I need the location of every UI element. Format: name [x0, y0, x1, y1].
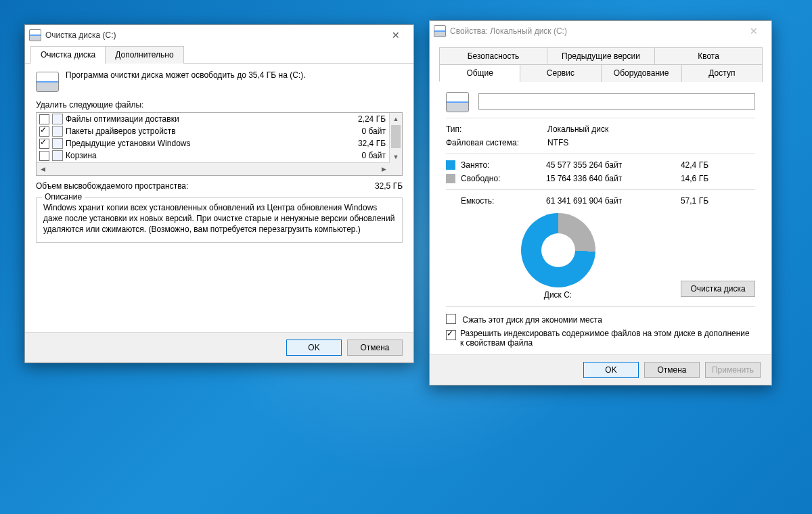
file-icon: [52, 114, 63, 124]
compress-option[interactable]: Сжать этот диск для экономии места: [446, 312, 755, 325]
chevron-up-icon[interactable]: ▲: [390, 113, 402, 125]
titlebar: Свойства: Локальный диск (C:) ✕: [430, 21, 771, 41]
fs-value: NTFS: [547, 138, 568, 147]
window-title: Свойства: Локальный диск (C:): [450, 26, 567, 36]
close-icon[interactable]: ✕: [740, 21, 767, 41]
apply-button[interactable]: Применить: [705, 362, 761, 378]
cleanup-message: Программа очистки диска может освободить…: [66, 70, 306, 80]
list-item[interactable]: Корзина 0 байт: [37, 149, 390, 162]
group-legend: Описание: [42, 192, 85, 202]
tab-security[interactable]: Безопасность: [439, 47, 547, 64]
index-option[interactable]: Разрешить индексировать содержимое файло…: [446, 329, 755, 348]
used-swatch: [446, 160, 455, 170]
total-value: 32,5 ГБ: [375, 181, 403, 191]
checkbox[interactable]: [39, 139, 49, 149]
free-bytes: 15 764 336 640 байт: [546, 174, 661, 183]
free-swatch: [446, 174, 455, 183]
drive-icon: [434, 25, 446, 37]
tab-general[interactable]: Общие: [439, 64, 520, 82]
list-item[interactable]: Предыдущие установки Windows 32,4 ГБ: [37, 137, 390, 149]
cancel-button[interactable]: Отмена: [644, 362, 700, 378]
chevron-down-icon[interactable]: ▼: [390, 151, 402, 163]
chevron-right-icon[interactable]: ▶: [378, 163, 390, 175]
files-label: Удалить следующие файлы:: [36, 100, 403, 110]
titlebar: Очистка диска (C:) ✕: [25, 25, 413, 45]
fs-label: Файловая система:: [446, 138, 547, 147]
drive-icon: [29, 29, 41, 41]
checkbox[interactable]: [446, 330, 456, 340]
tab-cleanup[interactable]: Очистка диска: [30, 46, 106, 64]
tab-sharing[interactable]: Доступ: [681, 64, 763, 82]
button-bar: OK Отмена: [25, 332, 413, 363]
type-value: Локальный диск: [547, 124, 608, 134]
file-list[interactable]: Файлы оптимизации доставки 2,24 ГБ Пакет…: [36, 112, 403, 176]
volume-name-input[interactable]: [478, 93, 755, 110]
chevron-left-icon[interactable]: ◀: [37, 163, 49, 175]
checkbox[interactable]: [446, 314, 456, 324]
cancel-button[interactable]: Отмена: [347, 340, 403, 356]
usage-donut-chart: [521, 213, 595, 287]
checkbox[interactable]: [39, 114, 49, 124]
button-bar: OK Отмена Применить: [430, 354, 771, 385]
list-item[interactable]: Пакеты драйверов устройств 0 байт: [37, 125, 390, 137]
tab-hardware[interactable]: Оборудование: [601, 64, 682, 82]
window-title: Очистка диска (C:): [45, 30, 116, 40]
drive-icon: [446, 92, 469, 112]
capacity-label: Емкость:: [461, 196, 546, 206]
checkbox[interactable]: [39, 126, 49, 137]
scrollbar-vertical[interactable]: ▲ ▼: [389, 113, 402, 163]
scrollbar-horizontal[interactable]: ◀ ▶: [37, 162, 390, 175]
capacity-gb: 57,1 ГБ: [661, 196, 708, 206]
free-label: Свободно:: [461, 174, 546, 183]
disk-cleanup-button[interactable]: Очистка диска: [681, 281, 755, 297]
drive-icon: [36, 72, 59, 92]
disk-cleanup-window: Очистка диска (C:) ✕ Очистка диска Допол…: [24, 24, 414, 363]
file-icon: [52, 150, 63, 161]
tab-row-bottom: Общие Сервис Оборудование Доступ: [439, 64, 762, 81]
tab-more[interactable]: Дополнительно: [105, 46, 183, 64]
tabstrip: Очистка диска Дополнительно: [25, 45, 413, 64]
file-icon: [52, 126, 63, 137]
drive-properties-window: Свойства: Локальный диск (C:) ✕ Безопасн…: [429, 20, 772, 386]
list-item[interactable]: Файлы оптимизации доставки 2,24 ГБ: [37, 113, 390, 125]
ok-button[interactable]: OK: [286, 340, 342, 356]
tab-quota[interactable]: Квота: [654, 47, 763, 64]
checkbox[interactable]: [39, 151, 49, 161]
ok-button[interactable]: OK: [583, 362, 639, 378]
type-label: Тип:: [446, 124, 547, 134]
used-gb: 42,4 ГБ: [661, 160, 708, 170]
chart-label: Диск C:: [446, 290, 670, 300]
tab-prev-versions[interactable]: Предыдущие версии: [547, 47, 655, 64]
used-bytes: 45 577 355 264 байт: [546, 160, 661, 170]
used-label: Занято:: [461, 160, 546, 170]
tab-row-top: Безопасность Предыдущие версии Квота: [439, 47, 762, 64]
total-label: Объем высвобождаемого пространства:: [36, 181, 188, 191]
scroll-thumb[interactable]: [391, 125, 401, 148]
file-icon: [52, 138, 63, 149]
free-gb: 14,6 ГБ: [661, 174, 708, 183]
scroll-corner: [390, 163, 402, 175]
capacity-bytes: 61 341 691 904 байт: [546, 196, 661, 206]
description-text: Windows хранит копии всех установленных …: [43, 202, 395, 235]
close-icon[interactable]: ✕: [382, 25, 409, 45]
description-group: Описание Windows хранит копии всех устан…: [36, 197, 403, 243]
tab-service[interactable]: Сервис: [520, 64, 601, 82]
